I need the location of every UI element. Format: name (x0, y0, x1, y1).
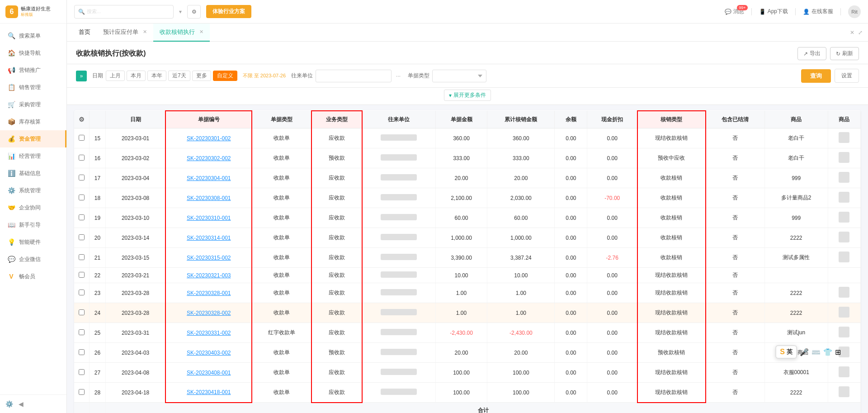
sidebar-item-inventory[interactable]: 📦 库存核算 (0, 113, 66, 130)
bill-no-link[interactable]: SK-20230314-001 (187, 235, 231, 241)
bill-no-link[interactable]: SK-20230302-002 (187, 155, 231, 161)
collapse-icon[interactable]: ◀ (19, 400, 24, 408)
th-goods2[interactable]: 商品 (828, 111, 860, 128)
sidebar-item-search[interactable]: 🔍 搜索菜单 (0, 27, 66, 44)
gear-column-icon[interactable]: ⚙ (79, 116, 85, 123)
bill-no-link[interactable]: SK-20230408-001 (187, 370, 231, 376)
topbar-gear-button[interactable]: ⚙ (187, 5, 201, 19)
row-checkbox[interactable] (74, 383, 90, 403)
bill-no-link[interactable]: SK-20230301-002 (187, 135, 231, 142)
bill-no-link[interactable]: SK-20230304-001 (187, 175, 231, 181)
row-checkbox[interactable] (74, 268, 90, 283)
mic-icon[interactable]: 🎤 (800, 348, 809, 356)
grid-icon[interactable]: ⊞ (835, 348, 841, 356)
tab-prepay-close[interactable]: ✕ (143, 29, 147, 35)
row-bill-no[interactable]: SK-20230328-002 (165, 303, 252, 323)
bill-no-link[interactable]: SK-20230315-002 (187, 255, 231, 261)
th-accum-cancel[interactable]: 累计核销金额 (487, 111, 555, 128)
bill-no-link[interactable]: SK-20230418-001 (187, 389, 231, 395)
filter-toggle-button[interactable]: » (76, 71, 87, 81)
th-partner[interactable]: 往来单位 (362, 111, 435, 128)
row-checkbox[interactable] (74, 343, 90, 363)
row-checkbox[interactable] (74, 283, 90, 303)
industry-solution-button[interactable]: 体验行业方案 (206, 5, 251, 18)
row-bill-no[interactable]: SK-20230418-001 (165, 383, 252, 403)
row-bill-no[interactable]: SK-20230321-003 (165, 268, 252, 283)
user-avatar[interactable]: Rit (848, 5, 861, 18)
export-button[interactable]: ↗ 导出 (797, 47, 826, 60)
refresh-button[interactable]: ↻ 刷新 (830, 47, 859, 60)
row-checkbox[interactable] (74, 148, 90, 168)
date-more[interactable]: 更多 (192, 71, 211, 81)
bill-no-link[interactable]: SK-20230403-002 (187, 350, 231, 356)
tab-home[interactable]: 首页 (72, 24, 97, 42)
query-button[interactable]: 查询 (801, 69, 831, 83)
partner-input[interactable] (316, 70, 392, 82)
message-button[interactable]: 💬 消息 99+ (725, 8, 744, 15)
row-checkbox[interactable] (74, 128, 90, 148)
th-bill-type[interactable]: 单据类型 (252, 111, 311, 128)
row-checkbox[interactable] (74, 363, 90, 383)
th-bill-no[interactable]: 单据编号 (165, 111, 252, 128)
bill-no-link[interactable]: SK-20230308-001 (187, 195, 231, 201)
row-bill-no[interactable]: SK-20230304-001 (165, 168, 252, 188)
bill-no-link[interactable]: SK-20230310-001 (187, 215, 231, 221)
row-bill-no[interactable]: SK-20230331-002 (165, 323, 252, 343)
date-this-year[interactable]: 本年 (147, 71, 166, 81)
topbar-search-box[interactable]: 🔍 搜索... (74, 5, 174, 19)
sidebar-item-quicknav[interactable]: 🏠 快捷导航 (0, 44, 66, 62)
sidebar-item-marketing[interactable]: 📢 营销推广 (0, 62, 66, 79)
row-checkbox[interactable] (74, 208, 90, 228)
sidebar-item-wechat[interactable]: 💬 企业微信 (0, 251, 66, 268)
th-cash-discount[interactable]: 现金折扣 (587, 111, 637, 128)
bill-no-link[interactable]: SK-20230328-002 (187, 310, 231, 316)
row-bill-no[interactable]: SK-20230302-002 (165, 148, 252, 168)
row-bill-no[interactable]: SK-20230308-001 (165, 188, 252, 208)
date-last-7-days[interactable]: 近7天 (168, 71, 190, 81)
tab-reconcile[interactable]: 收款核销执行 ✕ (153, 24, 210, 42)
sidebar-item-corp[interactable]: 🤝 企业协同 (0, 199, 66, 216)
date-last-month[interactable]: 上月 (106, 71, 125, 81)
row-bill-no[interactable]: SK-20230328-001 (165, 283, 252, 303)
close-all-icon[interactable]: ✕ (850, 29, 854, 36)
th-goods[interactable]: 商品 (764, 111, 828, 128)
tab-prepay[interactable]: 预计应应付单 ✕ (97, 24, 153, 42)
settings-bottom-icon[interactable]: ⚙️ (5, 400, 13, 408)
date-custom[interactable]: 自定义 (213, 71, 237, 81)
app-download-button[interactable]: 📱 App下载 (759, 8, 788, 15)
th-balance[interactable]: 余额 (555, 111, 587, 128)
row-bill-no[interactable]: SK-20230314-001 (165, 228, 252, 248)
th-include-settled[interactable]: 包含已结清 (706, 111, 764, 128)
th-biz-type[interactable]: 业务类型 (311, 111, 362, 128)
bill-no-link[interactable]: SK-20230321-003 (187, 272, 231, 279)
sidebar-item-sales[interactable]: 📋 销售管理 (0, 79, 66, 96)
sidebar-item-hardware[interactable]: 💡 智能硬件 (0, 233, 66, 251)
sidebar-item-guide[interactable]: 📖 新手引导 (0, 216, 66, 233)
row-bill-no[interactable]: SK-20230403-002 (165, 343, 252, 363)
row-checkbox[interactable] (74, 248, 90, 268)
th-date[interactable]: 日期 (106, 111, 166, 128)
date-this-month[interactable]: 本月 (127, 71, 146, 81)
sidebar-item-vip[interactable]: V 畅会员 (0, 268, 66, 285)
sidebar-item-system[interactable]: ⚙️ 系统管理 (0, 182, 66, 199)
row-checkbox[interactable] (74, 323, 90, 343)
row-checkbox[interactable] (74, 188, 90, 208)
sidebar-item-finance[interactable]: 💰 资金管理 (0, 130, 66, 147)
expand-conditions-button[interactable]: ▾ 展开更多条件 (444, 90, 491, 101)
sidebar-item-basic[interactable]: ℹ️ 基础信息 (0, 165, 66, 182)
tab-reconcile-close[interactable]: ✕ (199, 29, 203, 35)
maximize-icon[interactable]: ⤢ (858, 29, 863, 36)
th-cancel-type[interactable]: 核销类型 (637, 111, 705, 128)
row-bill-no[interactable]: SK-20230310-001 (165, 208, 252, 228)
row-checkbox[interactable] (74, 168, 90, 188)
row-checkbox[interactable] (74, 303, 90, 323)
row-bill-no[interactable]: SK-20230408-001 (165, 363, 252, 383)
keyboard-icon[interactable]: ⌨️ (811, 348, 821, 356)
row-bill-no[interactable]: SK-20230315-002 (165, 248, 252, 268)
th-gear[interactable]: ⚙ (74, 111, 90, 128)
setting-button[interactable]: 设置 (835, 69, 859, 83)
sidebar-item-operation[interactable]: 📊 经营管理 (0, 147, 66, 165)
row-checkbox[interactable] (74, 228, 90, 248)
th-amount[interactable]: 单据金额 (435, 111, 487, 128)
online-service-button[interactable]: 👤 在线客服 (803, 8, 833, 15)
